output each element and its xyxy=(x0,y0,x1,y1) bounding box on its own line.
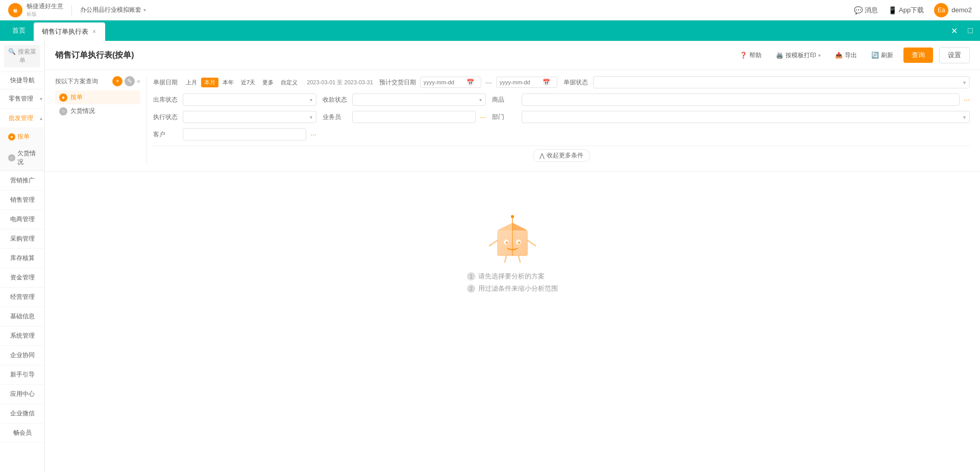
svg-marker-4 xyxy=(512,223,528,230)
order-icon: ● xyxy=(8,133,15,140)
svg-line-15 xyxy=(519,256,520,262)
scheme-item-debt[interactable]: ○ 欠货情况 xyxy=(55,104,140,118)
sidebar: 🔍 搜索菜单 快捷导航 零售管理 ▾ 批发管理 ▴ ● 按单 ○ 欠货情况 xyxy=(0,41,45,472)
sidebar-sub-item-debt[interactable]: ○ 欠货情况 xyxy=(0,145,44,171)
page-container: 销售订单执行表(按单) ❓ 帮助 🖨️ 按模板打印 ▾ 📤 导出 xyxy=(45,41,980,472)
filter-field-collection: 收款状态 ▾ xyxy=(323,93,486,106)
date-tab-custom[interactable]: 自定义 xyxy=(278,78,301,87)
message-btn[interactable]: 💬 消息 xyxy=(854,6,878,15)
goods-more-icon[interactable]: ··· xyxy=(964,96,970,104)
sidebar-item-retail[interactable]: 零售管理 ▾ xyxy=(0,89,44,109)
doc-status-select[interactable] xyxy=(593,76,970,88)
doc-status-label: 单据状态 xyxy=(564,78,589,87)
page-header-actions: ❓ 帮助 🖨️ 按模板打印 ▾ 📤 导出 🔄 刷新 xyxy=(736,47,970,63)
svg-line-13 xyxy=(528,241,535,246)
sidebar-item-corp[interactable]: 企业协同 xyxy=(0,346,44,365)
sidebar-item-operations[interactable]: 经营管理 xyxy=(0,288,44,307)
date-tab-this-year[interactable]: 本年 xyxy=(219,78,237,87)
delivery-date-start[interactable] xyxy=(424,79,464,85)
tip-num-1: 1 xyxy=(467,272,475,280)
sidebar-item-basic[interactable]: 基础信息 xyxy=(0,307,44,326)
print-btn[interactable]: 🖨️ 按模板打印 ▾ xyxy=(772,49,825,62)
sidebar-item-marketing[interactable]: 营销推广 xyxy=(0,171,44,191)
tip-num-2: 2 xyxy=(467,285,475,293)
date-tab-last-month[interactable]: 上月 xyxy=(183,78,200,87)
help-btn[interactable]: ❓ 帮助 xyxy=(736,49,766,62)
window-maximize-btn[interactable]: □ xyxy=(965,26,976,35)
filter-field-execution: 执行状态 ▾ xyxy=(153,111,316,123)
sidebar-item-newbie[interactable]: 新手引导 xyxy=(0,365,44,385)
sidebar-item-system[interactable]: 系统管理 xyxy=(0,326,44,346)
sidebar-item-finance[interactable]: 资金管理 xyxy=(0,268,44,288)
sidebar-item-wecom[interactable]: 企业微信 xyxy=(0,404,44,423)
page-title: 销售订单执行表(按单) xyxy=(55,50,134,61)
filter-field-outbound: 出库状态 ▾ xyxy=(153,93,316,106)
doc-status-select-wrap: ▾ xyxy=(593,76,970,88)
tab-close-btn[interactable]: × xyxy=(91,28,97,35)
goods-input[interactable] xyxy=(522,93,960,106)
date-separator: — xyxy=(485,79,492,86)
sidebar-item-quicknav[interactable]: 快捷导航 xyxy=(0,72,44,89)
sidebar-item-inventory[interactable]: 库存核算 xyxy=(0,249,44,268)
query-btn[interactable]: 查询 xyxy=(903,48,933,63)
tab-active[interactable]: 销售订单执行表 × xyxy=(34,22,105,41)
sidebar-item-sales[interactable]: 销售管理 xyxy=(0,191,44,210)
help-icon: ❓ xyxy=(740,52,747,59)
refresh-btn[interactable]: 🔄 刷新 xyxy=(867,49,897,62)
scheme-order-icon: ● xyxy=(59,93,67,102)
export-icon: 📤 xyxy=(835,52,843,59)
date-tab-more[interactable]: 更多 xyxy=(259,78,277,87)
breadcrumb-dropdown[interactable]: 办公用品行业模拟账套 ▾ xyxy=(80,6,146,14)
goods-label: 商品 xyxy=(492,96,518,104)
filter-row-1: 单据日期 上月 本月 本年 近7天 更多 自定义 2023-03-01 至 20… xyxy=(153,76,970,88)
date-range-display: 2023-03-01 至 2023-03-31 xyxy=(307,79,373,86)
collapse-btn[interactable]: ⋀ 收起更多条件 xyxy=(533,149,590,162)
sidebar-search: 🔍 搜索菜单 xyxy=(0,41,44,72)
window-close-btn[interactable]: ✕ xyxy=(948,26,961,36)
empty-tip-1: 1 请先选择要分析的方案 xyxy=(467,272,558,281)
execution-select[interactable] xyxy=(183,111,316,123)
settings-btn[interactable]: 设置 xyxy=(939,47,970,63)
app-download-btn[interactable]: 📱 App下载 xyxy=(888,6,924,15)
delivery-date-end[interactable] xyxy=(500,79,541,85)
outbound-select-wrap: ▾ xyxy=(183,93,316,106)
date-tab-7days[interactable]: 近7天 xyxy=(238,78,258,87)
customer-input[interactable] xyxy=(183,128,306,140)
sidebar-item-member[interactable]: 畅会员 xyxy=(0,423,44,443)
scheme-add-btn[interactable]: + xyxy=(112,76,122,86)
filter-field-salesperson: 业务员 ··· xyxy=(323,111,486,123)
department-select[interactable] xyxy=(522,111,970,123)
tab-active-label: 销售订单执行表 xyxy=(42,27,88,36)
avatar: Ea xyxy=(934,3,948,17)
execution-label: 执行状态 xyxy=(153,113,179,122)
sidebar-item-purchase[interactable]: 采购管理 xyxy=(0,229,44,249)
scheme-item-order[interactable]: ● 按单 xyxy=(55,90,140,104)
scheme-edit-btn[interactable]: ✎ xyxy=(125,76,135,86)
collection-select[interactable] xyxy=(352,93,486,106)
user-menu[interactable]: Ea demo2 xyxy=(934,3,972,17)
delivery-date-start-wrap: 📅 xyxy=(420,77,481,88)
export-btn[interactable]: 📤 导出 xyxy=(831,49,861,62)
customer-more-icon[interactable]: ··· xyxy=(310,130,316,138)
sidebar-item-ecommerce[interactable]: 电商管理 xyxy=(0,210,44,229)
scheme-collapse-btn[interactable]: « xyxy=(137,78,140,85)
salesperson-input[interactable] xyxy=(352,111,476,123)
salesperson-more-icon[interactable]: ··· xyxy=(480,113,486,121)
user-name: demo2 xyxy=(951,6,972,14)
sidebar-item-wholesale[interactable]: 批发管理 ▴ xyxy=(0,109,44,128)
outbound-select[interactable] xyxy=(183,93,316,106)
delivery-label: 预计交货日期 xyxy=(379,78,416,87)
sidebar-item-appstore[interactable]: 应用中心 xyxy=(0,385,44,404)
sidebar-search-btn[interactable]: 🔍 搜索菜单 xyxy=(4,45,40,67)
debt-icon: ○ xyxy=(8,154,15,161)
date-tab-this-month[interactable]: 本月 xyxy=(201,78,218,87)
tab-bar: 首页 销售订单执行表 × ✕ □ xyxy=(0,20,980,41)
tab-home[interactable]: 首页 xyxy=(4,20,34,41)
execution-select-wrap: ▾ xyxy=(183,111,316,123)
filter-row-3: 执行状态 ▾ 业务员 ··· xyxy=(153,111,970,123)
empty-state: 1 请先选择要分析的方案 2 用过滤条件来缩小分析范围 xyxy=(45,172,980,337)
chevron-up-icon: ▴ xyxy=(40,115,42,121)
svg-point-11 xyxy=(511,215,514,218)
sidebar-sub-item-order[interactable]: ● 按单 xyxy=(0,128,44,145)
chevron-down-icon: ▾ xyxy=(40,96,42,102)
